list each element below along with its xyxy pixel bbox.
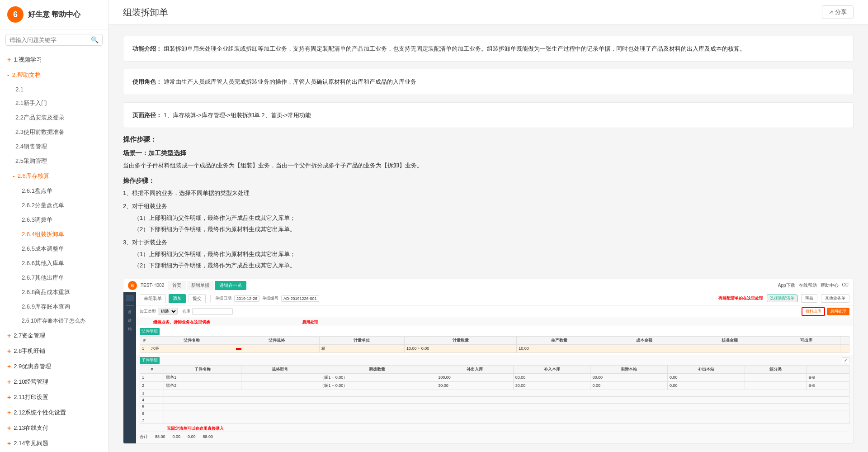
share-button[interactable]: ↗ 分享 [822,5,854,19]
nav-category-2-14-label: 2.14常见问题 [14,439,48,447]
sidebar-item-2-3[interactable]: 2.3使用前数据准备 [0,125,108,139]
sim-total-1: 88.00 [155,434,165,439]
sim-no-value[interactable]: AD-20191226-001 [281,295,319,302]
sim-sub-cell-1-t4: 80.00 [590,373,668,381]
main-header: 组装拆卸单 ↗ 分享 [108,0,868,25]
sim-sub-cell-1-t1: （板1 + 0.00） [318,373,436,381]
sidebar-item-2-4[interactable]: 2.4销售管理 [0,139,108,154]
sidebar-item-2-6-3[interactable]: 2.6.3调拨单 [0,213,108,227]
sidebar-item-2-1-label[interactable]: 2.1新手入门 [0,96,108,110]
sidebar-item-2-6-7[interactable]: 2.6.7其他出库单 [0,271,108,285]
nav-category-2-12[interactable]: + 2.12系统个性化设置 [0,405,108,420]
sidebar-item-2-6-1[interactable]: 2.6.1盘点单 [0,184,108,198]
sim-sub-cell-2-num: 2 [140,381,164,390]
sim-total-label: 合计 [140,434,148,440]
sim-parent-table: # 父件名称 父件规格 计量单位 计量数量 生产数量 成本金额 核准金额 [140,336,849,353]
sidebar-item-2-5[interactable]: 2.5采购管理 [0,154,108,168]
sidebar-item-2-6-9[interactable]: 2.6.9库存账本查询 [0,300,108,314]
sim-col-ops [840,336,849,344]
sim-tab-home[interactable]: 首页 [168,281,186,290]
expand-icon-2-11: + [7,394,11,401]
sim-sub-cell-1-name: 黑色1 [164,373,241,381]
sim-sub-cell-5-num: 5 [140,403,164,410]
screenshot-container: 6 TEST-H002 首页 新增单据 进销存一览 App下载 在线帮助 帮助中… [123,279,854,444]
role-label: 使用角色： [132,78,162,85]
sim-sub-col-name: 子件名称 [164,365,241,373]
search-box[interactable]: 🔍 [5,34,103,46]
nav-category-2-9[interactable]: + 2.9优惠券管理 [0,359,108,374]
sim-btn-submit[interactable]: 提交 [189,294,206,303]
sim-btn-other2[interactable]: 其他业务单 [821,294,849,303]
sidebar-item-2-6-8[interactable]: 2.6.8商品成本重算 [0,285,108,300]
sim-warehouse-input[interactable] [192,308,233,315]
sim-btn-add[interactable]: 添加 [169,294,186,303]
sim-cell-action [840,344,849,352]
scene1-title: 场景一：加工类型选择 [123,149,854,157]
sidebar-item-2-6-6[interactable]: 2.6.6其他入库单 [0,256,108,271]
nav-category-2-6[interactable]: - 2.6库存核算 [0,168,108,184]
sim-col-qty: 计量数量 [405,336,517,344]
sidebar-item-2-6-2[interactable]: 2.6.2分量盘点单 [0,198,108,213]
sim-tab-overview[interactable]: 进销存一览 [215,281,246,290]
sim-cell-unit: 箱 [319,344,404,352]
sim-startup-group: 领料出库 启用处理 [802,307,849,316]
sim-date-value[interactable]: 2019-12-26 [234,295,259,302]
nav-category-2-8[interactable]: + 2.8手机旺铺 [0,343,108,359]
sidebar-item-2-1[interactable]: 2.1 [0,83,108,96]
sim-child-table: # 子件名称 规格型号 调拨数量 补出入库 补入本库 实际本站 补出本站 [140,365,849,424]
sim-sub-cell-2-t3: 30.00 [513,381,590,390]
step2-1-text: （1）上部明细为父件明细，最终作为产成品生成其它入库单； [123,213,854,224]
sim-body: 首 进 销 未组装单 添加 提交 单据日期 [123,292,853,443]
sim-sub-cell-2-ops: ⊕⊖ [807,381,849,390]
sim-parent-spec-input[interactable] [236,348,241,350]
sidebar-item-2-6-10[interactable]: 2.6.10库存账本错了怎么办 [0,314,108,328]
sim-sub-col-actual: 实际本站 [590,365,668,373]
table-row: 6 [140,410,849,417]
nav-category-2-11-label: 2.11打印设置 [14,393,48,401]
sim-sub-section: 子件明细 ⤢ # 子件名称 规格型号 调 [136,355,853,443]
step2-text: 2、对于组装业务 [123,201,854,212]
sim-sub-col-trans: 调拨数量 [318,365,436,373]
sim-strip-item-3: 销 [128,327,132,332]
sim-child-label: 子件明细 [140,357,160,364]
sim-sub-cell-3-num: 3 [140,390,164,396]
sim-type-select[interactable]: 组装 拆卸 [158,308,178,315]
sim-main-table-wrap: 父件明细 # 父件名称 父件规格 计量单位 [136,326,853,355]
sim-sub-cell-1-spec [241,373,318,381]
collapse-icon-2-6: - [13,172,15,180]
nav-category-2[interactable]: - 2.帮助文档 [0,67,108,83]
sim-cell-parent-name: 水杯 [149,344,234,352]
sim-expand-btn[interactable]: ⤢ [842,357,849,363]
table-row: 3 [140,390,849,396]
nav-category-2-8-label: 2.8手机旺铺 [14,347,45,355]
sidebar-item-2-6-4[interactable]: 2.6.4组装拆卸单 [0,227,108,242]
sidebar: 6 好生意 帮助中心 🔍 + 1.视频学习 - 2.帮助文档 2.1 2.1新手… [0,0,108,452]
nav-category-2-13[interactable]: + 2.13在线支付 [0,420,108,436]
nav-category-2-7[interactable]: + 2.7资金管理 [0,328,108,343]
sim-sub-cell-1-ops: ⊕⊖ [807,373,849,381]
sim-tab-new[interactable]: 新增单据 [187,281,214,290]
sim-date-label: 单据日期 [215,295,231,301]
sim-sub-cell-3-empty [164,390,849,396]
sidebar-item-2-2[interactable]: 2.2产品安装及登录 [0,110,108,125]
sim-startup-btn[interactable]: 启用处理 [827,308,849,315]
sim-btn-other[interactable]: 审核 [801,294,817,303]
nav-category-2-12-label: 2.12系统个性化设置 [14,409,66,417]
nav-category-2-10[interactable]: + 2.10经营管理 [0,374,108,390]
sim-sub-cell-2-t1: （板1 + 0.00） [318,381,436,390]
sidebar-item-2-6-5[interactable]: 2.6.5成本调整单 [0,242,108,256]
sim-strip-divider [126,305,134,306]
search-icon[interactable]: 🔍 [91,36,99,43]
sim-cell-parent-spec [234,344,319,352]
sim-col-unit: 计量单位 [319,336,404,344]
search-input[interactable] [9,37,91,43]
nav-category-1[interactable]: + 1.视频学习 [0,52,108,67]
nav-category-2-11[interactable]: + 2.11打印设置 [0,390,108,405]
sim-topbar-right: App下载 在线帮助 帮助中心 CC [778,282,849,289]
sim-col-parent-spec: 父件规格 [234,336,319,344]
sim-sub-cell-6-num: 6 [140,410,164,417]
sim-btn-unassembled[interactable]: 未组装单 [140,294,166,303]
sim-app-download: App下载 [778,282,795,289]
nav-category-2-14[interactable]: + 2.14常见问题 [0,436,108,451]
sim-btn-assembly[interactable]: 选择装配清单 [767,295,797,302]
